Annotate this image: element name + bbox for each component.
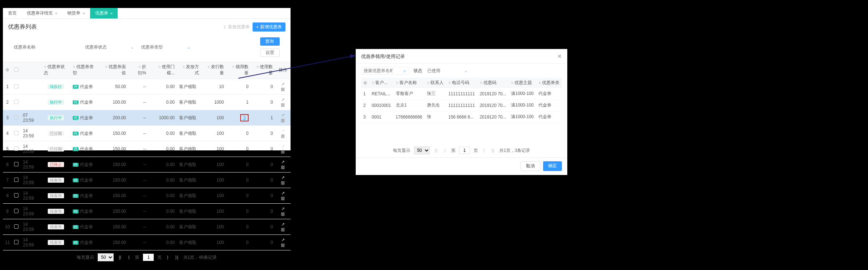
column-header[interactable]: ⇅优惠主题 (509, 78, 536, 88)
first-page-icon[interactable]: |⟨ (433, 148, 439, 153)
distribute-coupon-button[interactable]: ⇪ 发放优惠券 (223, 24, 250, 30)
row-checkbox[interactable] (14, 209, 18, 213)
settings-button[interactable]: 设置 (260, 49, 280, 57)
share-icon[interactable]: ↗ (280, 113, 285, 118)
filter-type-dropdown[interactable]: 优惠券类型 ⌄ (141, 44, 190, 50)
qr-icon[interactable]: ▦ (280, 242, 285, 248)
qr-icon[interactable]: ▦ (280, 118, 285, 123)
qr-icon[interactable]: ▦ (280, 211, 285, 216)
search-icon[interactable]: ⌕ (403, 68, 406, 73)
qr-icon[interactable]: ▦ (280, 196, 285, 201)
close-icon[interactable]: ✕ (557, 53, 562, 60)
row-checkbox[interactable] (14, 115, 18, 120)
row-checkbox[interactable] (14, 100, 18, 104)
row-checkbox[interactable] (14, 84, 18, 88)
sort-icon[interactable]: ⇅ (158, 65, 161, 69)
gear-icon[interactable]: ⚙ (5, 67, 9, 72)
column-header[interactable] (12, 61, 21, 79)
row-checkbox[interactable] (14, 146, 18, 151)
close-icon[interactable]: × (82, 11, 85, 16)
table-row[interactable]: 1014 23:59待发布代代金券150.00--0.00客户领取10000↗ … (3, 219, 291, 235)
row-checkbox[interactable] (14, 193, 18, 198)
next-page-icon[interactable]: ⟩ (482, 148, 486, 153)
tab-优惠券[interactable]: 优惠券× (90, 8, 118, 18)
column-header[interactable]: ⇅优惠码 (478, 78, 509, 88)
table-row[interactable]: 514 23:59已过期代代金券150.00--0.00客户领取10000↗ ▦ (3, 141, 291, 157)
ok-button[interactable]: 确定 (543, 161, 562, 171)
tab-销货单[interactable]: 销货单× (62, 8, 90, 18)
sort-icon[interactable]: ⇅ (511, 81, 514, 85)
table-row[interactable]: 1114 23:59待发布代代金券150.00--0.00客户领取10000↗ … (3, 235, 291, 250)
sort-icon[interactable]: ⇅ (448, 81, 451, 85)
claim-count-link[interactable]: 3 (240, 114, 249, 121)
qr-icon[interactable]: ▦ (280, 180, 285, 185)
sort-icon[interactable]: ⇅ (44, 65, 47, 69)
row-checkbox[interactable] (14, 224, 18, 229)
select-all-checkbox[interactable] (14, 67, 18, 72)
column-header[interactable]: ⇅领用数量 (226, 61, 251, 79)
column-header[interactable] (21, 61, 42, 79)
table-row[interactable]: 814 23:59待发布代代金券150.00--0.00客户领取10000↗ ▦ (3, 188, 291, 204)
sort-icon[interactable]: ⇅ (232, 65, 235, 69)
last-page-icon[interactable]: ⟩| (490, 148, 496, 153)
column-header[interactable]: ⇅电话号码 (446, 78, 478, 88)
column-header[interactable]: ⇅优惠券类 (536, 78, 562, 88)
table-row[interactable]: 2执行中代代金券100.00--0.00客户领取100010↗ ▦ (3, 95, 291, 110)
table-row[interactable]: 307 23:59执行中代代金券200.00--1000.00客户领取10031… (3, 110, 291, 126)
sort-icon[interactable]: ⇅ (427, 81, 430, 85)
filter-name-input[interactable] (38, 45, 78, 50)
first-page-icon[interactable]: |⟨ (117, 255, 123, 260)
table-row[interactable]: 200010001北京1唐先生111111111112019120 70...满… (361, 100, 562, 111)
close-icon[interactable]: × (110, 11, 113, 16)
per-page-select[interactable]: 50 (98, 253, 114, 261)
modal-search-input[interactable] (364, 68, 393, 73)
row-checkbox[interactable] (14, 162, 18, 166)
column-header[interactable]: ⚙ (3, 61, 12, 79)
last-page-icon[interactable]: ⟩| (174, 255, 179, 260)
sort-icon[interactable]: ⇅ (207, 65, 210, 69)
qr-icon[interactable]: ▦ (280, 149, 285, 154)
qr-icon[interactable]: ▦ (280, 87, 285, 92)
share-icon[interactable]: ↗ (280, 82, 285, 87)
sort-icon[interactable]: ⇅ (182, 65, 185, 69)
table-row[interactable]: 3000117666666666张156 6666 6...2019120 70… (361, 111, 562, 123)
sort-icon[interactable]: ⇅ (396, 81, 399, 85)
column-header[interactable]: ⇅联系人 (425, 78, 446, 88)
column-header[interactable]: ⇅优惠券面值 (99, 61, 128, 79)
column-header[interactable]: ⇅优惠券状态 (42, 61, 70, 79)
table-row[interactable]: 1待执行代代金券50.00--0.00客户领取1000↗ ▦ (3, 79, 291, 95)
column-header[interactable]: ⇅折扣% (128, 61, 148, 79)
gear-icon[interactable]: ⚙ (363, 80, 367, 86)
sort-icon[interactable]: ⇅ (480, 81, 483, 85)
row-checkbox[interactable] (14, 131, 18, 135)
modal-per-page-select[interactable]: 50 (414, 146, 430, 154)
close-icon[interactable]: × (55, 11, 57, 16)
qr-icon[interactable]: ▦ (280, 102, 285, 107)
new-coupon-button[interactable]: + 新增优惠券 (253, 22, 285, 32)
row-checkbox[interactable] (14, 240, 18, 244)
prev-page-icon[interactable]: ⟨ (443, 148, 448, 153)
sort-icon[interactable]: ⇅ (73, 65, 76, 69)
column-header[interactable]: ⇅客户... (369, 78, 393, 88)
share-icon[interactable]: ↗ (280, 97, 285, 102)
sort-icon[interactable]: ⇅ (256, 65, 259, 69)
row-checkbox[interactable] (14, 178, 18, 182)
column-header[interactable]: ⚙ (361, 78, 369, 88)
column-header[interactable]: ⇅优惠券类型 (71, 61, 99, 79)
tab-优惠券详情页[interactable]: 优惠券详情页× (22, 8, 62, 18)
table-row[interactable]: 714 23:59待发布代代金券150.00--0.00客户领取10000↗ ▦ (3, 173, 291, 188)
table-row[interactable]: 414 23:59已过期代代金券150.00--0.00客户领取10000↗ ▦ (3, 126, 291, 141)
column-header[interactable]: ⇅使用门槛... (148, 61, 177, 79)
prev-page-icon[interactable]: ⟨ (127, 255, 131, 260)
column-header[interactable]: ⇅发行数量 (201, 61, 226, 79)
page-input[interactable] (143, 254, 154, 261)
sort-icon[interactable]: ⇅ (538, 81, 541, 85)
table-row[interactable]: 614 23:59已终止代代金券150.00--0.00客户领取10000↗ ▦ (3, 157, 291, 173)
sort-icon[interactable]: ⇅ (105, 65, 108, 69)
qr-icon[interactable]: ▦ (280, 133, 285, 138)
column-header[interactable]: ⇅客户名称 (394, 78, 425, 88)
cancel-button[interactable]: 取消 (521, 161, 540, 171)
modal-page-input[interactable] (459, 147, 470, 154)
sort-icon[interactable]: ⇅ (372, 81, 374, 85)
sort-icon[interactable]: ⇅ (138, 65, 141, 69)
